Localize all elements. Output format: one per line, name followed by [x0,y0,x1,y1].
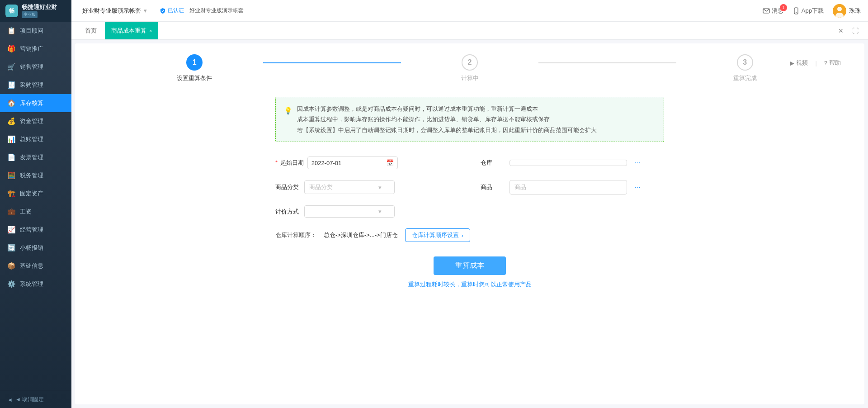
sidebar-item-finance[interactable]: 💰 资金管理 [0,112,71,130]
sidebar-item-inventory[interactable]: 🏠 库存核算 [0,94,71,112]
accounting-icon: 📊 [7,135,15,143]
maximize-button[interactable]: ⛶ [850,25,861,36]
category-select[interactable]: 商品分类 ▾ [304,180,395,194]
step-helper: ▶ 视频 | ? 帮助 [790,59,841,67]
step-1: 1 设置重算条件 [126,54,263,82]
tab-cost-recalc[interactable]: 商品成本重算 × [105,22,158,39]
warehouse-input[interactable] [509,160,627,166]
help-link[interactable]: ? 帮助 [824,59,841,67]
sidebar-item-label: 工资 [20,208,32,216]
category-label: 商品分类 [275,183,301,191]
cancel-pin-button[interactable]: ◄ ◄ 取消固定 [0,391,71,408]
date-input-field[interactable] [311,160,386,166]
step-line-1 [263,62,401,63]
account-selector[interactable]: 好业财专业版演示帐套 ▾ [79,5,151,17]
info-line-1: 因成本计算参数调整，或是对商品成本有疑问时，可以通过成本重算功能，重新计算一遍成… [297,104,597,114]
video-label: 视频 [796,59,808,67]
start-date-input[interactable]: 📅 [307,157,398,169]
step-3-label: 重算完成 [733,74,757,82]
app-name: 畅捷通好业财 [22,4,57,11]
operation-icon: 📈 [7,226,15,234]
inventory-icon: 🏠 [7,99,15,107]
svg-point-4 [837,7,842,11]
sidebar-item-purchase[interactable]: 🧾 采购管理 [0,76,71,94]
sidebar-nav: 📋 项目顾问 🎁 营销推广 🛒 销售管理 🧾 采购管理 🏠 库存核算 💰 资金管… [0,22,71,391]
info-line-3: 若【系统设置】中启用了自动调整记账日期时，会调整入库单的整单记账日期，因此重新计… [297,125,597,135]
goods-field: 商品 商品 ··· [481,180,664,195]
price-method-select[interactable]: ▾ [304,205,395,218]
recalc-hint: 重算过程耗时较长，重算时您可以正常使用产品 [408,280,532,289]
assets-icon: 🏗️ [7,190,15,198]
category-field: 商品分类 商品分类 ▾ [275,180,459,194]
salary-icon: 💼 [7,208,15,216]
help-icon: ? [824,60,827,66]
invoice-icon: 📄 [7,153,15,161]
video-link[interactable]: ▶ 视频 [790,59,808,67]
cancel-pin-icon: ◄ [7,397,13,403]
shield-icon [160,8,166,14]
sidebar-item-label: 营销推广 [20,45,43,53]
step-2-circle: 2 [462,54,478,71]
price-method-field: 计价方式 ▾ [275,205,459,218]
step-2-label: 计算中 [461,74,479,82]
sidebar-item-label: 税务管理 [20,171,43,180]
sidebar-item-label: 采购管理 [20,81,43,89]
warehouse-dots-button[interactable]: ··· [634,159,640,167]
seq-settings-button[interactable]: 仓库计算顺序设置 › [405,228,470,242]
basic-icon: 📦 [7,262,15,270]
chevron-down-icon: ▾ [144,7,147,14]
form-area: * 起始日期 📅 仓库 ··· 商品分类 [275,157,664,289]
topbar-right: 消息 1 App下载 珠珠 [763,4,861,18]
sidebar-item-invoice[interactable]: 📄 发票管理 [0,148,71,166]
step-2: 2 计算中 [401,54,538,82]
sidebar-item-label: 发票管理 [20,153,43,161]
tab-home-label: 首页 [85,27,97,35]
sidebar-item-operation[interactable]: 📈 经营管理 [0,221,71,239]
tax-icon: 🧮 [7,171,15,180]
user-area[interactable]: 珠珠 [833,4,861,18]
goods-dots-button[interactable]: ··· [634,183,640,191]
form-row-3: 计价方式 ▾ [275,205,664,218]
sales-icon: 🛒 [7,63,15,71]
steps-container: 1 设置重算条件 2 计算中 3 重算完成 ▶ 视频 | ? [90,54,850,82]
sidebar-item-basic[interactable]: 📦 基础信息 [0,257,71,275]
tab-close-icon[interactable]: × [149,28,152,33]
page-content: 1 设置重算条件 2 计算中 3 重算完成 ▶ 视频 | ? [75,43,864,404]
step-1-circle: 1 [186,54,203,71]
sidebar-item-accounting[interactable]: 📊 总账管理 [0,130,71,148]
phone-icon [793,7,800,14]
seq-btn-label: 仓库计算顺序设置 [412,231,459,239]
warehouse-seq-row: 仓库计算顺序： 总仓->深圳仓库->...->门店仓 仓库计算顺序设置 › [275,228,664,242]
user-name: 珠珠 [849,7,861,15]
message-button[interactable]: 消息 1 [763,7,783,15]
close-window-button[interactable]: ✕ [835,25,846,36]
calendar-icon[interactable]: 📅 [386,159,394,166]
required-star: * [275,159,278,166]
tab-home[interactable]: 首页 [79,22,103,39]
finance-icon: 💰 [7,117,15,125]
sidebar-item-tax[interactable]: 🧮 税务管理 [0,166,71,185]
help-label: 帮助 [829,59,841,67]
divider: | [815,60,816,66]
sidebar-item-label: 小畅报销 [20,244,43,252]
sidebar-item-system[interactable]: ⚙️ 系统管理 [0,275,71,293]
submit-area: 重算成本 重算过程耗时较长，重算时您可以正常使用产品 [275,256,664,289]
sidebar-item-marketing[interactable]: 🎁 营销推广 [0,40,71,58]
sidebar-item-expense[interactable]: 🔄 小畅报销 [0,239,71,257]
sidebar-item-sales[interactable]: 🛒 销售管理 [0,58,71,76]
chevron-down-icon: ▾ [378,208,382,215]
app-download-button[interactable]: App下载 [793,7,824,15]
goods-input[interactable]: 商品 [509,180,627,195]
sidebar-item-salary[interactable]: 💼 工资 [0,203,71,221]
system-icon: ⚙️ [7,280,15,288]
topbar: 好业财专业版演示帐套 ▾ 已认证 好业财专业版演示帐套 消息 1 [71,0,868,22]
step-line-2 [538,62,676,63]
sidebar-item-assets[interactable]: 🏗️ 固定资产 [0,185,71,203]
tab-controls: ✕ ⛶ [835,25,861,36]
sidebar-item-label: 系统管理 [20,280,43,288]
recalc-button[interactable]: 重算成本 [434,256,506,275]
sidebar-item-project[interactable]: 📋 项目顾问 [0,22,71,40]
chevron-right-icon: › [462,232,463,239]
category-placeholder: 商品分类 [309,183,333,191]
app-download-label: App下载 [802,7,824,15]
